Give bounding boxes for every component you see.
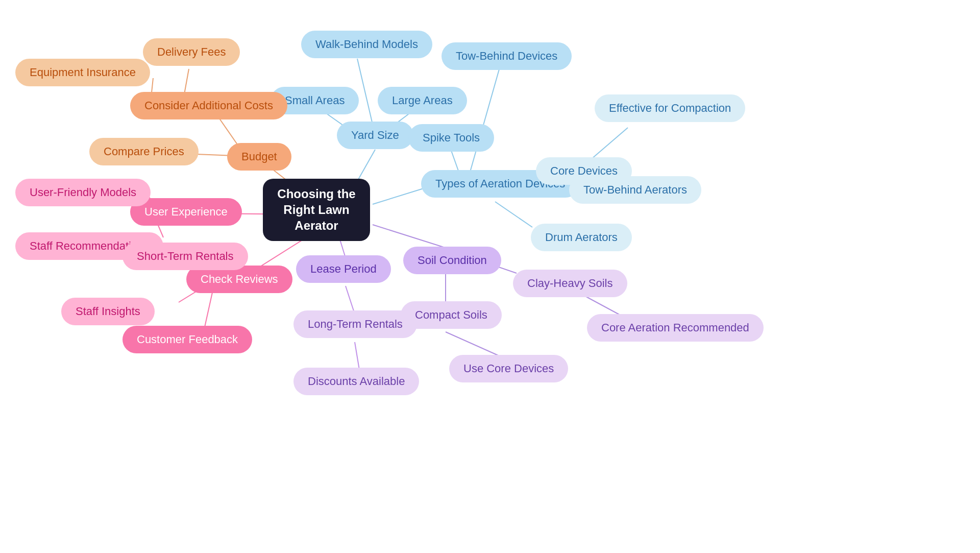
discounts-node: Discounts Available bbox=[293, 368, 419, 395]
equipment-insurance-node: Equipment Insurance bbox=[15, 59, 150, 86]
consider-costs-node: Consider Additional Costs bbox=[130, 92, 287, 119]
staff-insights-node: Staff Insights bbox=[61, 298, 155, 325]
effective-compaction-node: Effective for Compaction bbox=[595, 94, 745, 122]
svg-line-23 bbox=[446, 332, 503, 357]
short-term-node: Short-Term Rentals bbox=[122, 243, 248, 270]
yard-size-node: Yard Size bbox=[337, 122, 413, 149]
user-experience-node: User Experience bbox=[130, 198, 242, 226]
core-aeration-node: Core Aeration Recommended bbox=[587, 314, 764, 342]
use-core-node: Use Core Devices bbox=[449, 355, 568, 382]
lease-period-node: Lease Period bbox=[296, 255, 391, 283]
soil-condition-node: Soil Condition bbox=[403, 247, 501, 274]
user-friendly-node: User-Friendly Models bbox=[15, 179, 151, 206]
spike-tools-node: Spike Tools bbox=[408, 124, 494, 152]
compare-prices-node: Compare Prices bbox=[89, 138, 199, 165]
center-node: Choosing the Right Lawn Aerator bbox=[263, 179, 370, 241]
tow-behind-devices-node: Tow-Behind Devices bbox=[442, 42, 572, 70]
walk-behind-node: Walk-Behind Models bbox=[301, 31, 432, 58]
svg-line-17 bbox=[346, 286, 355, 314]
svg-line-30 bbox=[495, 202, 532, 227]
tow-behind-aerators-node: Tow-Behind Aerators bbox=[569, 176, 701, 204]
long-term-node: Long-Term Rentals bbox=[293, 310, 417, 338]
drum-aerators-node: Drum Aerators bbox=[531, 224, 632, 251]
compact-soils-node: Compact Soils bbox=[401, 301, 502, 329]
budget-node: Budget bbox=[227, 143, 291, 171]
clay-heavy-node: Clay-Heavy Soils bbox=[513, 270, 627, 297]
svg-line-26 bbox=[470, 60, 502, 174]
svg-line-24 bbox=[373, 188, 425, 204]
large-areas-node: Large Areas bbox=[378, 87, 467, 114]
delivery-fees-node: Delivery Fees bbox=[143, 38, 240, 66]
customer-feedback-node: Customer Feedback bbox=[122, 326, 252, 353]
